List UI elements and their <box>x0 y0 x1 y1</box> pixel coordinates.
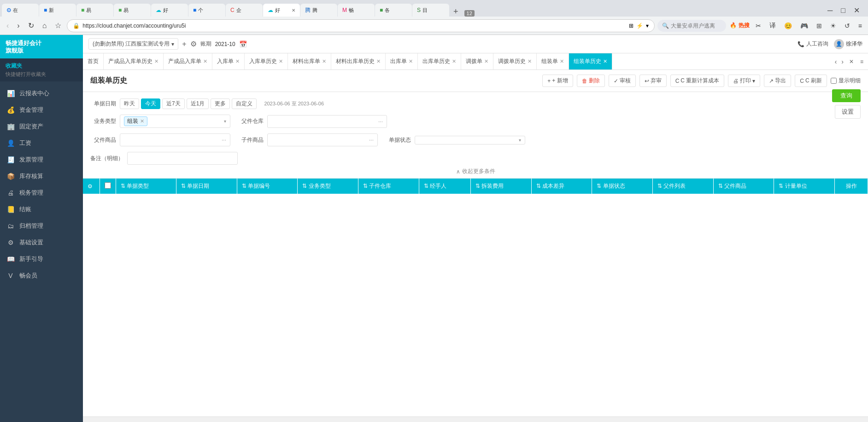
browser-tab-2[interactable]: ■ 新 <box>39 4 76 17</box>
sidebar-item-fund-management[interactable]: 💰 资金管理 <box>0 102 83 118</box>
filter-settings-button[interactable]: 设置 <box>835 105 861 119</box>
more-icon-btn[interactable]: ≡ <box>856 21 864 31</box>
new-tab-button[interactable]: + <box>450 7 462 17</box>
col-status-header[interactable]: ⇅ 单据状态 <box>592 179 653 194</box>
bookmark-button[interactable]: ☆ <box>52 19 64 32</box>
address-bar[interactable]: 🔒 https://cloud.chanjet.com/accounting/u… <box>67 19 655 32</box>
browser-search-bar[interactable]: 🔍 <box>657 20 726 32</box>
col-type-header[interactable]: ⇅ 单据类型 <box>116 179 176 194</box>
transfer-history-close-icon[interactable]: ✕ <box>528 58 532 64</box>
forward-button[interactable]: › <box>14 20 22 32</box>
sidebar-item-guide[interactable]: 📖 新手引导 <box>0 251 83 267</box>
refresh-button[interactable]: C C 刷新 <box>795 75 827 87</box>
abandon-button[interactable]: ↩ 弃审 <box>639 75 667 87</box>
parent-goods-more-icon[interactable]: ··· <box>222 137 226 143</box>
recalc-button[interactable]: C C 重新计算成本 <box>670 75 725 87</box>
customer-service-button[interactable]: 📞 人工咨询 <box>798 40 828 48</box>
minimize-button[interactable]: ─ <box>825 5 835 17</box>
assembly-tag-remove-icon[interactable]: ✕ <box>140 118 144 124</box>
home-button[interactable]: ⌂ <box>40 20 50 32</box>
child-goods-more-icon[interactable]: ··· <box>369 137 374 143</box>
grid-icon-btn[interactable]: ⊞ <box>814 21 824 31</box>
more-date-btn[interactable]: 更多 <box>211 98 230 109</box>
browser-tab-10[interactable]: M 畅 <box>338 4 375 17</box>
browser-tab-1[interactable]: ⊙ 在 <box>2 4 39 17</box>
history-icon-btn[interactable]: ↺ <box>842 21 852 31</box>
browser-tab-3[interactable]: ■ 易 <box>76 4 113 17</box>
material-out-history-close-icon[interactable]: ✕ <box>376 58 381 64</box>
yesterday-btn[interactable]: 昨天 <box>120 98 139 109</box>
sidebar-item-checkout[interactable]: 📒 结账 <box>0 201 83 218</box>
print-button[interactable]: 🖨 打印 ▾ <box>728 75 760 87</box>
assembly-close-icon[interactable]: ✕ <box>560 58 564 64</box>
nav-tab-material-out-history[interactable]: 材料出库单历史 ✕ <box>331 53 386 69</box>
business-type-select[interactable]: 组装 ✕ ▾ <box>120 115 230 128</box>
nav-tab-transfer-history[interactable]: 调拨单历史 ✕ <box>493 53 537 69</box>
audit-button[interactable]: ✓ 审核 <box>609 75 636 87</box>
nav-tab-out-history[interactable]: 出库单历史 ✕ <box>418 53 461 69</box>
nav-tab-product-in-history[interactable]: 产成品入库单历史 ✕ <box>104 53 164 69</box>
out-order-close-icon[interactable]: ✕ <box>409 58 413 64</box>
browser-tab-11[interactable]: ■ 各 <box>375 4 412 17</box>
product-in-history-close-icon[interactable]: ✕ <box>154 58 158 64</box>
show-detail-checkbox[interactable] <box>831 78 837 84</box>
browser-tab-9[interactable]: 腾 腾 <box>300 4 337 17</box>
sidebar-item-tax[interactable]: 🖨 税务管理 <box>0 185 83 201</box>
query-button[interactable]: 查询 <box>832 89 861 102</box>
parent-goods-input-container[interactable]: ··· <box>120 133 230 146</box>
col-number-header[interactable]: ⇅ 单据编号 <box>237 179 298 194</box>
calendar-icon[interactable]: 📅 <box>239 40 247 48</box>
last7days-btn[interactable]: 近7天 <box>162 98 185 109</box>
col-child-warehouse-header[interactable]: ⇅ 子件仓库 <box>358 179 419 194</box>
warehouse-more-icon[interactable]: ··· <box>378 118 383 125</box>
sidebar-item-cloud-reports[interactable]: 📊 云报表中心 <box>0 85 83 102</box>
assembly-history-close-icon[interactable]: ✕ <box>603 58 607 64</box>
browser-tab-5[interactable]: ☁ 好 <box>151 4 188 17</box>
add-button[interactable]: + + 新增 <box>542 75 573 87</box>
maximize-button[interactable]: □ <box>838 5 848 17</box>
sidebar-item-inventory[interactable]: 📦 库存核算 <box>0 168 83 185</box>
browser-search-input[interactable] <box>671 23 721 29</box>
table-column-settings-icon[interactable]: ⚙ <box>88 183 93 190</box>
game-icon-btn[interactable]: 🎮 <box>798 21 810 31</box>
collapse-row[interactable]: ∧ 收起更多条件 <box>90 165 861 178</box>
table-settings-header[interactable]: ⚙ <box>83 179 100 194</box>
warehouse-input[interactable] <box>271 118 376 125</box>
reload-button[interactable]: ↻ <box>25 19 37 32</box>
nav-tab-assembly[interactable]: 组装单 ✕ <box>537 53 569 69</box>
sidebar-item-member[interactable]: V 畅会员 <box>0 267 83 284</box>
nav-scroll-left-button[interactable]: ‹ <box>833 57 839 66</box>
notes-input[interactable] <box>131 155 234 162</box>
back-button[interactable]: ‹ <box>4 20 12 32</box>
emoji-icon-btn[interactable]: 😊 <box>782 21 794 31</box>
browser-tab-8[interactable]: ☁ 好 ✕ <box>263 4 300 17</box>
child-goods-input[interactable] <box>271 137 367 143</box>
browser-tab-4[interactable]: ■ 易 <box>114 4 151 17</box>
material-out-close-icon[interactable]: ✕ <box>322 58 326 64</box>
sidebar-item-archive[interactable]: 🗂 归档管理 <box>0 218 83 234</box>
table-checkbox-header[interactable] <box>100 179 116 194</box>
tab8-close-icon[interactable]: ✕ <box>292 8 295 13</box>
transfer-close-icon[interactable]: ✕ <box>484 58 488 64</box>
col-unit-header[interactable]: ⇅ 计量单位 <box>774 179 835 194</box>
nav-tab-transfer[interactable]: 调拨单 ✕ <box>461 53 493 69</box>
nav-tab-assembly-history[interactable]: 组装单历史 ✕ <box>569 53 612 69</box>
last1month-btn[interactable]: 近1月 <box>187 98 209 109</box>
show-detail-checkbox-label[interactable]: 显示明细 <box>831 77 861 85</box>
status-select[interactable]: ▾ <box>415 136 525 145</box>
col-handler-header[interactable]: ⇅ 经手人 <box>419 179 470 194</box>
horizontal-scrollbar[interactable] <box>83 416 868 422</box>
sidebar-item-fixed-assets[interactable]: 🏢 固定资产 <box>0 118 83 135</box>
export-button[interactable]: ↗ 导出 <box>764 75 791 87</box>
warehouse-input-container[interactable]: ··· <box>267 115 387 128</box>
col-date-header[interactable]: ⇅ 单据日期 <box>176 179 237 194</box>
nav-scroll-right-button[interactable]: › <box>839 57 845 66</box>
product-in-close-icon[interactable]: ✕ <box>203 58 207 64</box>
col-parent-list-header[interactable]: ⇅ 父件列表 <box>653 179 714 194</box>
sidebar-item-invoice[interactable]: 🧾 发票管理 <box>0 151 83 168</box>
translate-icon-btn[interactable]: 译 <box>767 20 778 31</box>
nav-tab-in-history[interactable]: 入库单历史 ✕ <box>245 53 288 69</box>
address-dropdown-icon[interactable]: ▾ <box>646 23 649 29</box>
child-goods-input-container[interactable]: ··· <box>267 133 378 146</box>
nav-tab-material-out[interactable]: 材料出库单 ✕ <box>288 53 331 69</box>
